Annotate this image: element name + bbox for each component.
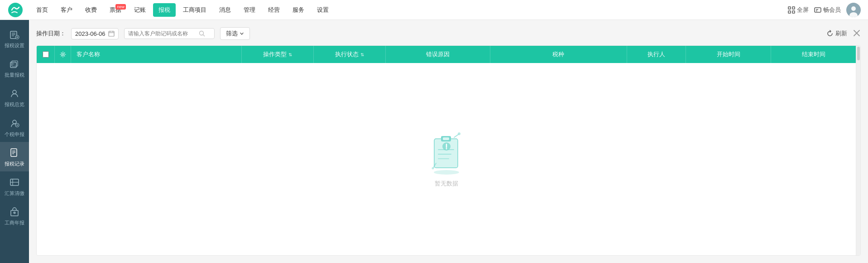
- th-name: 客户名称: [71, 46, 242, 63]
- th-status[interactable]: 执行状态 ⇅: [314, 46, 386, 63]
- svg-point-0: [8, 3, 23, 17]
- svg-point-40: [199, 31, 203, 35]
- column-settings-icon: [60, 51, 66, 58]
- main-layout: 报税设置 批量报税 报税总览: [0, 20, 868, 263]
- search-input[interactable]: [128, 30, 196, 37]
- sidebar-item-gongshangnianba[interactable]: 工商年报: [0, 201, 29, 230]
- piliangbaoshui-icon: [8, 58, 21, 70]
- logo[interactable]: [7, 2, 24, 18]
- chevron-down-icon: [240, 31, 244, 36]
- th-tax: 税种: [490, 46, 627, 63]
- svg-point-58: [432, 167, 434, 170]
- svg-line-41: [203, 35, 205, 37]
- empty-illustration: 暂无数据: [426, 131, 467, 188]
- svg-point-56: [458, 132, 460, 135]
- svg-point-54: [446, 148, 447, 150]
- fullscreen-button[interactable]: 全屏: [788, 6, 809, 14]
- calendar-icon: [108, 30, 115, 37]
- search-icon: [199, 30, 205, 37]
- toolbar: 操作日期： 2023-06-06 筛选: [36, 27, 861, 40]
- table-body-empty: 暂无数据: [37, 63, 856, 255]
- svg-point-44: [62, 54, 64, 55]
- svg-rect-3: [788, 11, 791, 13]
- sidebar-item-geshuishenbao[interactable]: 个税申报: [0, 112, 29, 142]
- nav-items: 首页 客户 收费 票据 new 记账 报税 工商项目 消息 管理 经营 服务 设…: [31, 3, 788, 17]
- svg-point-45: [434, 170, 459, 175]
- baoshuishezhi-icon: [8, 28, 21, 41]
- member-icon: [814, 6, 821, 14]
- svg-rect-48: [443, 137, 449, 140]
- svg-rect-1: [788, 7, 791, 9]
- avatar[interactable]: [846, 3, 861, 17]
- sidebar-item-piliangbaoshui[interactable]: 批量报税: [0, 53, 29, 83]
- sidebar-label-baoshuijilu: 报税记录: [5, 161, 24, 167]
- filter-button[interactable]: 筛选: [220, 27, 250, 40]
- sidebar: 报税设置 批量报税 报税总览: [0, 20, 29, 263]
- member-button[interactable]: 畅会员: [814, 6, 841, 14]
- refresh-label: 刷新: [835, 29, 847, 38]
- huisuanjiaoshu-icon: [8, 176, 21, 189]
- top-navigation: 首页 客户 收费 票据 new 记账 报税 工商项目 消息 管理 经营 服务 设…: [0, 0, 868, 20]
- data-table: 客户名称 操作类型 ⇅ 执行状态 ⇅ 错误原因: [36, 45, 861, 256]
- th-start-time: 开始时间: [686, 46, 771, 63]
- nav-fee[interactable]: 收费: [80, 3, 102, 17]
- table-scrollbar[interactable]: [856, 46, 860, 255]
- close-button[interactable]: [853, 29, 861, 39]
- geshuishenbao-icon: [8, 117, 21, 130]
- sidebar-label-gongshangnianba: 工商年报: [5, 220, 24, 226]
- nav-messages[interactable]: 消息: [214, 3, 236, 17]
- sidebar-item-baoshuijilu[interactable]: 报税记录: [0, 142, 29, 171]
- sidebar-label-baoshuizonglan: 报税总览: [5, 102, 24, 107]
- sidebar-item-baoshuishezhi[interactable]: 报税设置: [0, 24, 29, 53]
- nav-management[interactable]: 管理: [238, 3, 261, 17]
- sort-icon-optype: ⇅: [288, 52, 292, 57]
- svg-point-22: [13, 120, 16, 124]
- nav-operations[interactable]: 经营: [263, 3, 285, 17]
- nav-invoice[interactable]: 票据 new: [104, 3, 127, 17]
- select-all-checkbox[interactable]: [43, 51, 49, 58]
- content-area: 操作日期： 2023-06-06 筛选: [29, 20, 868, 263]
- svg-rect-19: [12, 61, 18, 66]
- baoshuijilu-icon: [8, 146, 21, 159]
- new-badge: new: [115, 4, 126, 10]
- sidebar-label-baoshuishezhi: 报税设置: [5, 43, 24, 49]
- nav-bookkeeping[interactable]: 记账: [129, 3, 151, 17]
- th-settings[interactable]: [55, 46, 71, 63]
- filter-label: 筛选: [226, 29, 238, 38]
- nav-customer[interactable]: 客户: [55, 3, 78, 17]
- close-icon: [853, 29, 861, 37]
- refresh-button[interactable]: 刷新: [826, 29, 847, 38]
- th-checkbox[interactable]: [37, 46, 55, 63]
- nav-services[interactable]: 服务: [287, 3, 310, 17]
- gongshangnianba-icon: [8, 205, 21, 218]
- th-op-type[interactable]: 操作类型 ⇅: [242, 46, 314, 63]
- sidebar-item-huisuanjiaoshu[interactable]: 汇算清缴: [0, 171, 29, 201]
- th-error: 错误原因: [386, 46, 490, 63]
- table-inner: 客户名称 操作类型 ⇅ 执行状态 ⇅ 错误原因: [37, 46, 860, 255]
- baoshuizonglan-icon: [8, 87, 21, 100]
- date-value: 2023-06-06: [75, 30, 106, 37]
- sort-icon-status: ⇅: [360, 52, 364, 57]
- svg-point-21: [13, 90, 16, 94]
- nav-tax[interactable]: 报税: [153, 3, 176, 17]
- refresh-icon: [826, 30, 834, 37]
- search-box[interactable]: [124, 28, 215, 39]
- date-label: 操作日期：: [36, 29, 66, 38]
- svg-point-9: [851, 6, 856, 11]
- th-executor: 执行人: [627, 46, 686, 63]
- date-picker[interactable]: 2023-06-06: [71, 28, 119, 39]
- nav-business-projects[interactable]: 工商项目: [177, 3, 212, 17]
- svg-rect-4: [792, 11, 795, 13]
- svg-rect-18: [10, 62, 16, 68]
- sidebar-item-baoshuizonglan[interactable]: 报税总览: [0, 83, 29, 112]
- nav-settings[interactable]: 设置: [312, 3, 334, 17]
- svg-rect-36: [109, 31, 114, 36]
- scrollbar-thumb[interactable]: [857, 47, 860, 60]
- top-right-actions: 全屏 畅会员: [788, 3, 861, 17]
- sidebar-label-piliangbaoshui: 批量报税: [5, 72, 24, 78]
- avatar-image: [846, 3, 861, 17]
- table-header: 客户名称 操作类型 ⇅ 执行状态 ⇅ 错误原因: [37, 46, 856, 63]
- nav-home[interactable]: 首页: [31, 3, 53, 17]
- svg-rect-2: [792, 7, 795, 9]
- empty-state-icon: [426, 131, 467, 176]
